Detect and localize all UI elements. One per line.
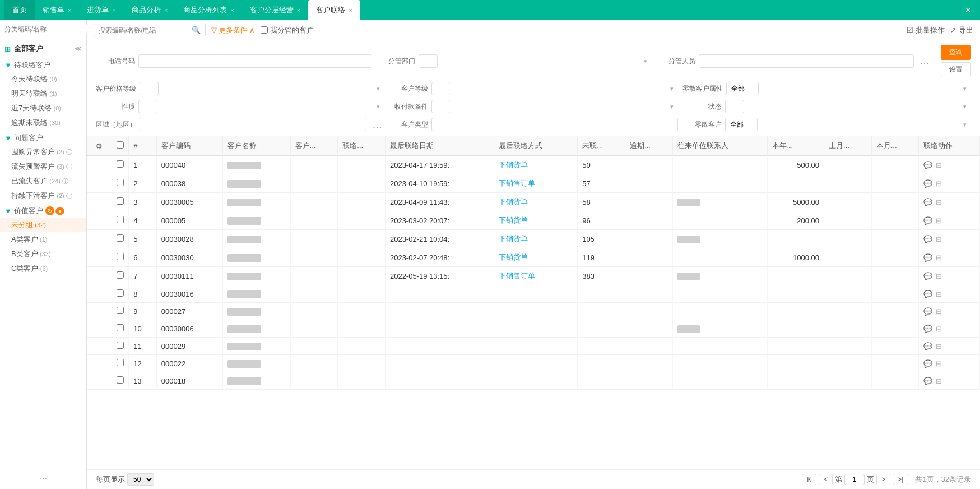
sidebar-section-pending[interactable]: ▼ 待联络客户 — [0, 57, 86, 72]
row-code[interactable]: 000005 — [156, 211, 222, 230]
export-button[interactable]: ↗ 导出 — [950, 25, 973, 35]
row-actions[interactable]: 💬 ⊞ — [919, 303, 980, 320]
select-all-checkbox[interactable] — [117, 141, 124, 149]
close-icon[interactable]: × — [230, 7, 234, 13]
message-icon[interactable]: 💬 — [923, 253, 932, 262]
message-icon[interactable]: 💬 — [923, 235, 932, 243]
page-size-select[interactable]: 50 — [127, 473, 154, 486]
query-button[interactable]: 查询 — [941, 45, 971, 60]
sidebar-section-value[interactable]: ▼ 价值客户 ↻ ● — [0, 203, 86, 218]
row-actions[interactable]: 💬 ⊞ — [919, 211, 980, 230]
grid-action-icon[interactable]: ⊞ — [936, 253, 942, 262]
row-last-method[interactable]: 下销货单 — [494, 193, 577, 211]
page-number-input[interactable] — [844, 474, 865, 485]
row-checkbox[interactable] — [112, 303, 129, 320]
checkbox-column[interactable] — [112, 136, 129, 156]
col-unlinked[interactable]: 未联... — [578, 136, 625, 156]
col-contact[interactable]: 联络... — [338, 136, 386, 156]
window-close-button[interactable]: × — [960, 4, 976, 16]
col-this-month[interactable]: 本月... — [871, 136, 919, 156]
sidebar-item-ungrouped[interactable]: 未分组 (32) — [0, 218, 86, 232]
close-icon[interactable]: × — [297, 7, 300, 13]
grid-action-icon[interactable]: ⊞ — [936, 342, 942, 350]
row-actions[interactable]: 💬 ⊞ — [919, 248, 980, 267]
row-last-method[interactable]: 下销货单 — [494, 230, 577, 248]
my-customers-check[interactable] — [261, 26, 268, 34]
row-actions[interactable]: 💬 ⊞ — [919, 320, 980, 338]
phone-input[interactable] — [138, 54, 371, 68]
row-actions[interactable]: 💬 ⊞ — [919, 230, 980, 248]
retail-attr-select[interactable]: 全部 — [726, 82, 759, 95]
grid-action-icon[interactable]: ⊞ — [936, 161, 942, 169]
grid-action-icon[interactable]: ⊞ — [936, 198, 942, 206]
customer-type-input[interactable] — [431, 118, 677, 131]
row-checkbox[interactable] — [112, 372, 129, 390]
prev-page-button[interactable]: < — [819, 474, 833, 485]
tab-purchase-order[interactable]: 进货单 × — [79, 0, 123, 20]
row-last-method[interactable]: 下销货单 — [494, 211, 577, 230]
col-name[interactable]: 客户名称 — [222, 136, 290, 156]
sidebar-item-today[interactable]: 今天待联络 (0) — [0, 72, 86, 86]
col-code[interactable]: 客户编码 — [156, 136, 222, 156]
payment-select[interactable] — [431, 100, 450, 113]
row-last-method[interactable]: 下销货单 — [494, 248, 577, 267]
row-code[interactable]: 00030111 — [156, 267, 222, 285]
row-last-method[interactable]: 下销货单 — [494, 156, 577, 174]
row-checkbox[interactable] — [112, 156, 129, 174]
row-actions[interactable]: 💬 ⊞ — [919, 174, 980, 193]
row-last-method[interactable] — [494, 320, 577, 338]
last-page-button[interactable]: >| — [893, 474, 908, 485]
tab-sales-order[interactable]: 销售单 × — [35, 0, 79, 20]
first-page-button[interactable]: K — [802, 474, 816, 485]
row-last-method[interactable] — [494, 372, 577, 390]
close-icon[interactable]: × — [164, 7, 168, 13]
grid-action-icon[interactable]: ⊞ — [936, 290, 942, 298]
sidebar-search-input[interactable] — [4, 25, 89, 33]
row-checkbox[interactable] — [112, 285, 129, 303]
message-icon[interactable]: 💬 — [923, 342, 932, 350]
grid-action-icon[interactable]: ⊞ — [936, 179, 942, 188]
grid-action-icon[interactable]: ⊞ — [936, 307, 942, 316]
row-checkbox[interactable] — [112, 248, 129, 267]
row-code[interactable]: 000018 — [156, 372, 222, 390]
row-checkbox[interactable] — [112, 174, 129, 193]
message-icon[interactable]: 💬 — [923, 359, 932, 368]
sidebar-item-overdue[interactable]: 逾期未联络 (30) — [0, 116, 86, 130]
row-last-method[interactable]: 下销售订单 — [494, 174, 577, 193]
row-checkbox[interactable] — [112, 338, 129, 355]
grid-action-icon[interactable]: ⊞ — [936, 235, 942, 243]
row-last-method[interactable] — [494, 355, 577, 372]
row-checkbox[interactable] — [112, 267, 129, 285]
message-icon[interactable]: 💬 — [923, 216, 932, 225]
message-icon[interactable]: 💬 — [923, 377, 932, 385]
row-last-method[interactable] — [494, 285, 577, 303]
col-type[interactable]: 客户... — [290, 136, 338, 156]
sidebar-item-abnormal[interactable]: 囤购异常客户 (2) ⓘ — [0, 145, 86, 159]
batch-ops-button[interactable]: ☑ 批量操作 — [907, 25, 945, 35]
more-options-icon[interactable]: … — [370, 119, 384, 130]
search-icon[interactable]: 🔍 — [192, 26, 201, 34]
row-checkbox[interactable] — [112, 230, 129, 248]
col-last-date[interactable]: 最后联络日期 — [385, 136, 494, 156]
row-actions[interactable]: 💬 ⊞ — [919, 285, 980, 303]
dept-select[interactable] — [419, 54, 438, 68]
person-input[interactable] — [699, 54, 914, 68]
sidebar-item-tomorrow[interactable]: 明天待联络 (1) — [0, 86, 86, 101]
tab-customer-contact[interactable]: 客户联络 × — [308, 0, 360, 20]
row-code[interactable]: 000029 — [156, 338, 222, 355]
close-icon[interactable]: × — [68, 7, 71, 13]
message-icon[interactable]: 💬 — [923, 198, 932, 206]
row-code[interactable]: 000027 — [156, 303, 222, 320]
sidebar-item-churn-warn[interactable]: 流失预警客户 (3) ⓘ — [0, 159, 86, 174]
row-code[interactable]: 000038 — [156, 174, 222, 193]
next-page-button[interactable]: > — [876, 474, 890, 485]
row-last-method[interactable] — [494, 338, 577, 355]
tab-product-analysis[interactable]: 商品分析 × — [124, 0, 175, 20]
close-icon[interactable]: × — [112, 7, 115, 13]
nature-select[interactable] — [138, 100, 157, 113]
message-icon[interactable]: 💬 — [923, 272, 932, 280]
row-checkbox[interactable] — [112, 211, 129, 230]
more-options-icon[interactable]: … — [917, 56, 932, 66]
customer-level-select[interactable] — [431, 82, 450, 95]
col-overdue[interactable]: 逾期... — [625, 136, 672, 156]
